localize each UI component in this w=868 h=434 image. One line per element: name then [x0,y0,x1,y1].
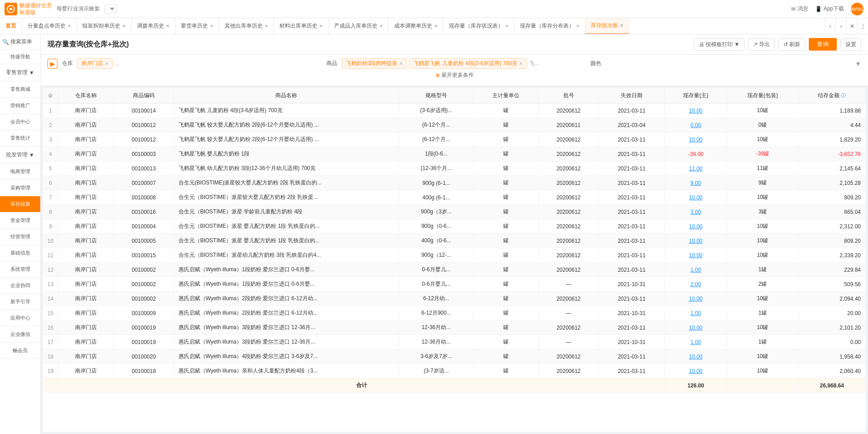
messages-btn[interactable]: ✉ 消息 [791,5,808,13]
row-batch: 20200612 [538,161,598,176]
nav-next[interactable]: › [835,18,846,34]
tab-close-8[interactable]: ✕ [434,24,438,28]
filter-expand-btn[interactable]: ❇ 展开更多条件 [47,69,861,82]
tab-11[interactable]: 库存批次账 ✕ [585,18,629,34]
row-qty-main[interactable]: 10.00 [665,234,726,248]
warehouse-tag[interactable]: 南岸门店 ✕ [77,58,113,69]
tab-10[interactable]: 现存量（库存分布表） ✕ [514,18,585,34]
sidebar-item-member[interactable]: 会员中心 [0,114,40,130]
tab-close-5[interactable]: ✕ [264,24,268,28]
row-qty-main[interactable]: 10.00 [665,349,726,364]
tab-5[interactable]: 其他出库单历史 ✕ [219,18,274,34]
tab-close-10[interactable]: ✕ [576,24,580,28]
row-qty-main[interactable]: 10.00 [665,132,726,147]
tab-7[interactable]: 产成品入库单历史 ✕ [329,18,389,34]
row-name: 合生元（BIOSTIME）派星 婴儿配方奶粉 1段 乳铁蛋白的... [174,219,399,234]
row-spec: (6-12个月... [399,132,473,147]
sidebar-item-ecommerce[interactable]: 电商管理 [0,164,40,180]
tab-6[interactable]: 材料出库单历史 ✕ [274,18,329,34]
product-tag-2[interactable]: 飞鹤星飞帆 儿童奶粉 4段(3-6岁适用) 700克 ✕ [409,58,527,69]
row-qty-main[interactable]: 10.00 [665,364,726,378]
sidebar-item-wechat[interactable]: 企业微信 [0,326,40,343]
sidebar-item-retail-stat[interactable]: 零售统计 [0,130,40,146]
row-num: 4 [43,147,58,161]
filter-more-product[interactable]: 飞... [529,60,539,67]
sidebar-item-enterprise[interactable]: 企业协同 [0,278,40,294]
tab-close-6[interactable]: ✕ [319,24,323,28]
row-qty-main[interactable]: 2.00 [665,277,726,292]
industry-select[interactable] [104,5,117,14]
row-amount: 1,958.40 [798,349,865,364]
row-qty-main[interactable]: 0.00 [665,118,726,132]
sidebar-item-finance[interactable]: 资金管理 [0,212,40,229]
row-qty-main[interactable]: 1.00 [665,263,726,277]
sidebar-item-guide[interactable]: 新手引导 [0,294,40,310]
tab-1[interactable]: 分量盘点单历史 ✕ [22,18,77,34]
tab-close-9[interactable]: ✕ [505,24,509,28]
tab-2[interactable]: 组装拆卸单历史 ✕ [77,18,132,34]
sidebar-item-purchase[interactable]: 采购管理 [0,180,40,196]
query-btn[interactable]: 查询 [809,38,837,51]
row-qty-main[interactable]: 10.00 [665,190,726,205]
tab-9[interactable]: 现存量（库存状况表） ✕ [443,18,514,34]
row-qty-main[interactable]: 10.00 [665,292,726,306]
tab-4[interactable]: 要货单历史 ✕ [175,18,219,34]
tab-close-7[interactable]: ✕ [379,24,383,28]
row-warehouse: 南岸门店 [58,263,114,277]
nav-prev[interactable]: ‹ [825,18,835,34]
color-dropdown[interactable]: ▼ [855,60,861,67]
row-qty-main[interactable]: 11.00 [665,161,726,176]
sidebar-item-retail-shop[interactable]: 零售商城 [0,81,40,98]
row-qty-main[interactable]: 9.00 [665,176,726,190]
sidebar-item-basics[interactable]: 基础信息 [0,245,40,261]
template-print-btn[interactable]: 🖨 按模板打印 ▼ [694,38,745,51]
product-tag-1[interactable]: 飞鹤奶粉3段闭闸提装 ✕ [342,58,407,69]
sidebar-item-member2[interactable]: 畅会员 [0,343,40,359]
row-qty-main[interactable]: 10.00 [665,321,726,335]
tab-close-4[interactable]: ✕ [210,24,213,28]
amount-info-icon[interactable]: ⓘ [841,93,846,98]
settings-btn[interactable]: 设置 [840,38,861,51]
row-batch: 20200612 [538,349,598,364]
warehouse-tag-close[interactable]: ✕ [105,61,108,66]
col-settings[interactable]: ⚙ [43,88,58,104]
row-qty-main[interactable]: 10.00 [665,104,726,118]
sidebar-item-operations[interactable]: 经营管理 [0,229,40,245]
refresh-btn[interactable]: ↺ 刷新 [778,38,805,51]
tab-close-11[interactable]: ✕ [620,23,623,28]
row-unit: 罐 [473,219,538,234]
export-btn[interactable]: ↗ 导出 [748,38,775,51]
app-download-btn[interactable]: 📱 App下载 [815,5,844,13]
tab-8[interactable]: 成本调整单历史 ✕ [389,18,443,34]
sidebar-item-inventory[interactable]: 库存核算 [0,196,40,212]
row-qty-main[interactable]: 10.00 [665,248,726,263]
tab-home[interactable]: 首页 [0,18,22,34]
sidebar-nav[interactable]: 快捷导航 [0,50,40,64]
row-qty-main[interactable]: 3.00 [665,205,726,219]
row-unit: 罐 [473,147,538,161]
tab-close-2[interactable]: ✕ [122,24,126,28]
tab-close-3[interactable]: ✕ [166,24,170,28]
row-qty-main[interactable]: 1.00 [665,335,726,349]
avatar[interactable]: demo2 [851,3,863,15]
nav-close-all[interactable]: ✕ [846,18,857,34]
filter-toggle-arrow[interactable]: ▶ [47,59,57,69]
product-tag-1-close[interactable]: ✕ [399,61,403,66]
sidebar-item-system[interactable]: 系统管理 [0,261,40,278]
sidebar-item-app-center[interactable]: 应用中心 [0,310,40,326]
sidebar-item-retail-mgmt[interactable]: 零售管理▼ [0,64,40,81]
tab-close-1[interactable]: ✕ [67,24,71,28]
tab-3[interactable]: 调拨单历史 ✕ [132,18,175,34]
row-qty-main[interactable]: 10.00 [665,219,726,234]
sidebar-item-wholesale[interactable]: 批发管理▼ [0,146,40,164]
sidebar-search[interactable]: 🔍 搜索英单 [0,34,40,50]
product-tag-2-close[interactable]: ✕ [519,61,523,66]
filter-more-warehouse[interactable]: ... [115,61,119,67]
row-code: 00100019 [114,321,174,335]
warehouse-tags: 南岸门店 ✕ ... [77,58,322,69]
sidebar-item-marketing[interactable]: 营销推广 [0,98,40,114]
nav-more[interactable]: ⋮ [857,18,868,34]
table-container[interactable]: ⚙ 仓库名称 商品编码 商品名称 规格型号 主计量单位 批号 失效日期 现存量(… [43,88,866,432]
row-expire: 2021-03-11 [599,161,665,176]
row-qty-main[interactable]: 1.00 [665,306,726,321]
